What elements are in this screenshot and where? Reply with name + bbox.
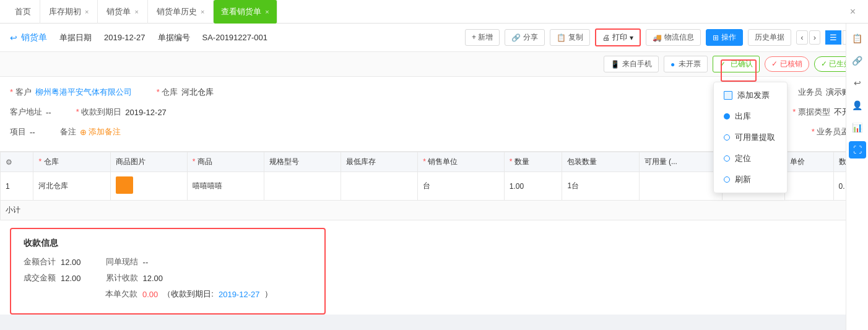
menu-locate[interactable]: 定位 xyxy=(714,148,787,169)
share-button[interactable]: 🔗 分享 xyxy=(505,29,545,46)
subtotal-label: 小计 xyxy=(1,201,868,220)
document-header: ↩ 销货单 单据日期 2019-12-27 单据编号 SA-20191227-0… xyxy=(0,24,868,52)
close-icon[interactable]: × xyxy=(201,8,204,15)
print-button[interactable]: 🖨 打印 ▾ xyxy=(595,28,641,46)
menu-outbound[interactable]: 出库 xyxy=(714,106,787,127)
arrears-note-end: ） xyxy=(264,289,272,300)
transaction-amount-field: 成交金额 12.00 xyxy=(24,272,81,284)
locate-icon xyxy=(724,155,730,162)
menu-refresh[interactable]: 刷新 xyxy=(714,169,787,190)
project-field: 项目 -- xyxy=(10,126,35,137)
col-product-img: 商品图片 xyxy=(110,152,187,172)
next-arrow[interactable]: › xyxy=(809,30,820,45)
payment-row-1: 金额合计 12.00 同单现结 -- xyxy=(24,256,312,267)
nav-arrows: ‹ › xyxy=(796,30,820,45)
sidebar-icon-1[interactable]: 📋 xyxy=(849,30,866,47)
row-product-img xyxy=(110,172,187,201)
col-settings[interactable]: ⚙ xyxy=(1,152,33,172)
col-available: 可用量 (... xyxy=(639,152,722,172)
confirm-button[interactable]: 已确认 xyxy=(713,56,760,72)
sidebar-icon-4[interactable]: 👤 xyxy=(849,97,866,114)
staff2-label: 业务员孟 xyxy=(812,126,849,137)
cumulative-field: 累计收款 12.00 xyxy=(106,272,163,284)
arrears-note: （收款到期日: xyxy=(163,289,214,300)
due-date-label: 收款到期日 xyxy=(76,106,122,118)
col-sales-unit: 销售单位 xyxy=(418,152,504,172)
customer-field: 客户 柳州粤港平安气体有限公司 xyxy=(10,87,132,98)
phone-icon: 📱 xyxy=(610,60,620,69)
print-icon: 🖨 xyxy=(602,33,610,42)
cumulative-label: 累计收款 xyxy=(106,272,138,284)
tab-sales-order[interactable]: 销货单 × xyxy=(98,0,147,24)
same-order-label: 同单现结 xyxy=(106,256,138,267)
menu-add-invoice[interactable]: 添加发票 xyxy=(714,85,787,106)
sidebar-icon-6[interactable]: ⛶ xyxy=(849,141,866,158)
dropdown-arrow-icon: ▾ xyxy=(630,33,633,42)
col-unit-price: 单价 xyxy=(785,152,833,172)
row-sales-unit: 台 xyxy=(418,172,504,201)
address-value: -- xyxy=(46,108,51,117)
tab-home[interactable]: 首页 xyxy=(6,0,40,24)
col-warehouse: 仓库 xyxy=(33,152,110,172)
due-date-value: 2019-12-27 xyxy=(125,108,167,117)
copy-button[interactable]: 📋 复制 xyxy=(550,29,590,46)
settings-icon[interactable]: ⚙ xyxy=(6,158,12,167)
transaction-amount-value: 12.00 xyxy=(61,274,81,283)
due-date-field: 收款到期日 2019-12-27 xyxy=(76,106,167,118)
refresh-icon xyxy=(724,176,730,183)
list-view-button[interactable]: ☰ xyxy=(825,30,841,45)
payment-section: 收款信息 金额合计 12.00 同单现结 -- 成交金额 12.00 累计收款 … xyxy=(10,228,326,315)
row-no: 1 xyxy=(1,172,33,201)
close-icon[interactable]: × xyxy=(134,8,138,15)
menu-available-qty[interactable]: 可用量提取 xyxy=(714,127,787,148)
total-amount-field: 金额合计 12.00 xyxy=(24,256,81,267)
transaction-amount-label: 成交金额 xyxy=(24,272,56,284)
new-button[interactable]: + 新增 xyxy=(465,29,500,46)
col-spec: 规格型号 xyxy=(264,152,341,172)
sidebar-icon-2[interactable]: 🔗 xyxy=(849,52,866,69)
warehouse-field: 仓库 河北仓库 xyxy=(157,87,214,98)
note-label: 备注 xyxy=(60,126,76,137)
row-pack-qty: 1台 xyxy=(562,172,639,201)
product-image xyxy=(116,176,133,194)
document-title: ↩ 销货单 xyxy=(10,32,47,43)
prev-arrow[interactable]: ‹ xyxy=(796,30,807,45)
operate-dropdown: 添加发票 出库 可用量提取 定位 刷新 xyxy=(713,82,788,193)
logistics-button[interactable]: 🚚 物流信息 xyxy=(646,29,701,46)
arrears-label: 本单欠款 xyxy=(105,289,137,300)
sub-toolbar: 📱 来自手机 未开票 已确认 ✓ 已核销 ✓ 已生效 xyxy=(0,52,868,77)
truck-icon: 🚚 xyxy=(653,33,662,42)
customer-value[interactable]: 柳州粤港平安气体有限公司 xyxy=(35,87,132,98)
close-icon[interactable]: × xyxy=(265,8,269,15)
sidebar-icon-5[interactable]: 📊 xyxy=(849,119,866,136)
close-icon[interactable]: × xyxy=(85,8,89,15)
window-close-button[interactable]: × xyxy=(844,6,862,17)
add-note-button[interactable]: 添加备注 xyxy=(80,126,121,137)
project-value: -- xyxy=(30,128,35,137)
number-value: SA-20191227-001 xyxy=(202,33,268,42)
tab-view-sales[interactable]: 查看销货单 × xyxy=(214,0,277,24)
payment-row-2: 成交金额 12.00 累计收款 12.00 xyxy=(24,272,312,284)
same-order-field: 同单现结 -- xyxy=(106,256,149,267)
from-phone-button[interactable]: 📱 来自手机 xyxy=(604,56,659,72)
add-invoice-icon xyxy=(724,91,732,100)
tab-sales-history[interactable]: 销货单历史 × xyxy=(148,0,214,24)
same-order-value: -- xyxy=(143,258,149,267)
operate-button[interactable]: ⊞ 操作 xyxy=(706,29,743,46)
customer-label: 客户 xyxy=(10,87,32,98)
warehouse-value: 河北仓库 xyxy=(181,87,214,98)
sidebar-icon-3[interactable]: ↩ xyxy=(849,74,866,92)
subtotal-row: 小计 xyxy=(1,201,868,220)
col-pack-qty: 包装数量 xyxy=(562,152,639,172)
arrears-value: 0.00 xyxy=(142,290,158,299)
copy-icon: 📋 xyxy=(557,33,566,42)
not-opened-button[interactable]: 未开票 xyxy=(664,56,708,72)
right-sidebar: 📋 🔗 ↩ 👤 📊 ⛶ xyxy=(846,24,868,322)
sold-status-badge[interactable]: ✓ 已核销 xyxy=(765,56,809,72)
history-button[interactable]: 历史单据 xyxy=(748,29,791,46)
tab-stock-init[interactable]: 库存期初 × xyxy=(40,0,98,24)
cumulative-value: 12.00 xyxy=(143,274,163,283)
row-product: 嘻嘻嘻嘻 xyxy=(187,172,264,201)
address-label: 客户地址 xyxy=(10,106,42,118)
payment-row-3: 本单欠款 0.00 （收款到期日: 2019-12-27 ） xyxy=(24,289,312,300)
